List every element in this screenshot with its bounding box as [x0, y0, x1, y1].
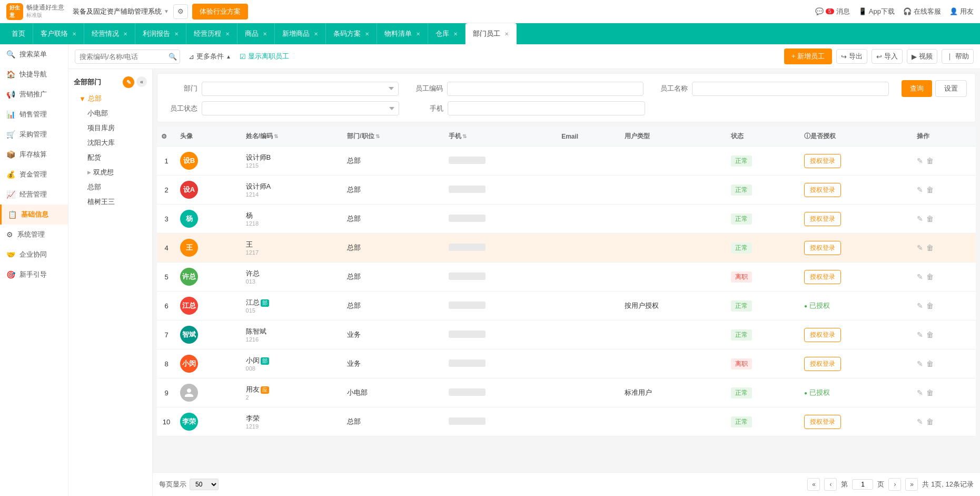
filter-emp-code-input[interactable]	[447, 82, 644, 96]
filter-status-select[interactable]	[202, 101, 399, 115]
edit-icon[interactable]: ✎	[917, 186, 923, 194]
dept-collapse-button[interactable]: «	[136, 76, 147, 87]
query-button[interactable]: 查询	[902, 80, 932, 97]
online-service-button[interactable]: 🎧 在线客服	[903, 7, 941, 16]
trial-button[interactable]: 体验行业方案	[192, 4, 248, 20]
tab-new-goods[interactable]: 新增商品✕	[275, 23, 326, 44]
tab-history-close[interactable]: ✕	[225, 31, 230, 37]
auth-button[interactable]: 授权登录	[804, 357, 841, 371]
tab-operation[interactable]: 经营情况✕	[84, 23, 135, 44]
prev-page-button[interactable]: ‹	[824, 478, 837, 491]
dept-tree-item-shenyang[interactable]: 沈阳大库	[77, 135, 152, 150]
dept-tree-item-xiaodian[interactable]: 小电部	[77, 106, 152, 121]
page-size-select[interactable]: 50 100	[190, 479, 219, 490]
dept-edit-button[interactable]: ✎	[123, 76, 134, 88]
tab-warehouse[interactable]: 仓库✕	[428, 23, 466, 44]
filter-emp-name-input[interactable]	[692, 82, 889, 96]
sidebar-item-purchase[interactable]: 🛒 采购管理	[0, 124, 68, 144]
last-page-button[interactable]: »	[905, 478, 918, 491]
search-icon[interactable]: 🔍	[169, 53, 177, 61]
dept-tree-item-zongbu-parent[interactable]: ▼ 总部	[68, 91, 152, 106]
th-settings[interactable]: ⚙	[157, 127, 176, 147]
delete-icon[interactable]: 🗑	[926, 302, 934, 310]
dept-tree-item-shuanghu[interactable]: ▶ 双虎想	[77, 165, 152, 180]
system-title-dropdown[interactable]: ▼	[164, 8, 169, 14]
sidebar-item-basic[interactable]: 📋 基础信息	[0, 205, 68, 225]
tab-department[interactable]: 部门员工✕	[466, 23, 517, 44]
video-button[interactable]: ▶ 视频	[907, 49, 937, 64]
delete-icon[interactable]: 🗑	[926, 215, 934, 223]
tab-bom-close[interactable]: ✕	[416, 31, 420, 37]
tab-new-goods-close[interactable]: ✕	[314, 31, 318, 37]
edit-icon[interactable]: ✎	[917, 417, 923, 426]
auth-button[interactable]: 授权登录	[804, 154, 841, 168]
delete-icon[interactable]: 🗑	[926, 417, 934, 426]
dept-tree-item-project[interactable]: 项目库房	[77, 121, 152, 135]
tab-home[interactable]: 首页	[4, 23, 33, 44]
search-input[interactable]	[75, 50, 180, 64]
edit-icon[interactable]: ✎	[917, 302, 923, 310]
sidebar-item-finance[interactable]: 💰 资金管理	[0, 164, 68, 184]
sidebar-item-marketing[interactable]: 📢 营销推广	[0, 84, 68, 104]
page-number-input[interactable]	[852, 479, 873, 490]
tab-goods-close[interactable]: ✕	[263, 31, 267, 37]
edit-icon[interactable]: ✎	[917, 157, 923, 165]
add-employee-button[interactable]: + 新增员工	[784, 48, 832, 64]
tab-profit-close[interactable]: ✕	[174, 31, 179, 37]
tab-goods[interactable]: 商品✕	[237, 23, 275, 44]
delete-icon[interactable]: 🗑	[926, 330, 934, 339]
tab-customer-close[interactable]: ✕	[72, 31, 76, 37]
filter-phone-input[interactable]	[448, 101, 645, 115]
user-button[interactable]: 👤 用友	[949, 7, 974, 16]
next-page-button[interactable]: ›	[888, 478, 901, 491]
sidebar-item-sales[interactable]: 📊 销售管理	[0, 104, 68, 124]
help-button[interactable]: ｜ 帮助	[942, 49, 974, 64]
tab-profit[interactable]: 利润报告✕	[135, 23, 186, 44]
auth-button[interactable]: 授权登录	[804, 183, 841, 197]
first-page-button[interactable]: «	[807, 478, 820, 491]
th-dept[interactable]: 部门/职位⇅	[343, 127, 444, 147]
tab-operation-close[interactable]: ✕	[123, 31, 127, 37]
delete-icon[interactable]: 🗑	[926, 157, 934, 165]
edit-icon[interactable]: ✎	[917, 244, 923, 252]
delete-icon[interactable]: 🗑	[926, 359, 934, 368]
th-name[interactable]: 姓名/编码⇅	[242, 127, 343, 147]
tab-history[interactable]: 经营历程✕	[186, 23, 237, 44]
more-conditions-button[interactable]: ⊿ 更多条件 ▲	[184, 50, 235, 63]
tab-bom[interactable]: 物料清单✕	[377, 23, 428, 44]
edit-icon[interactable]: ✎	[917, 215, 923, 223]
delete-icon[interactable]: 🗑	[926, 273, 934, 281]
auth-button[interactable]: 授权登录	[804, 270, 841, 284]
dept-tree-item-zongbu[interactable]: 总部	[77, 180, 152, 194]
show-resigned-toggle[interactable]: ☑ 显示离职员工	[240, 52, 289, 61]
sidebar-item-collab[interactable]: 🤝 企业协同	[0, 245, 68, 265]
tab-barcode-close[interactable]: ✕	[365, 31, 369, 37]
th-phone[interactable]: 手机⇅	[444, 127, 557, 147]
import-button[interactable]: ↩ 导入	[872, 49, 903, 64]
app-download-button[interactable]: 📱 App下载	[858, 7, 895, 16]
tab-customer[interactable]: 客户联络✕	[33, 23, 84, 44]
sidebar-item-search[interactable]: 🔍 搜索菜单	[0, 44, 68, 64]
auth-button[interactable]: 授权登录	[804, 328, 841, 342]
delete-icon[interactable]: 🗑	[926, 186, 934, 194]
delete-icon[interactable]: 🗑	[926, 388, 934, 397]
sidebar-item-operations[interactable]: 📈 经营管理	[0, 184, 68, 205]
auth-button[interactable]: 授权登录	[804, 415, 841, 429]
tab-department-close[interactable]: ✕	[504, 31, 509, 37]
dept-tree-item-peihuo[interactable]: 配货	[77, 150, 152, 165]
dept-tree-item-zhishu[interactable]: 植树王三	[77, 194, 152, 209]
edit-icon[interactable]: ✎	[917, 330, 923, 339]
auth-button[interactable]: 授权登录	[804, 212, 841, 226]
set-button[interactable]: 设置	[935, 80, 967, 97]
sidebar-item-inventory[interactable]: 📦 库存核算	[0, 144, 68, 164]
edit-icon[interactable]: ✎	[917, 388, 923, 397]
auth-button[interactable]: 授权登录	[804, 241, 841, 255]
message-button[interactable]: 💬 5 消息	[815, 7, 850, 16]
sidebar-item-system[interactable]: ⚙ 系统管理	[0, 225, 68, 245]
delete-icon[interactable]: 🗑	[926, 244, 934, 252]
tab-warehouse-close[interactable]: ✕	[453, 31, 458, 37]
filter-dept-select[interactable]	[202, 82, 399, 96]
tab-barcode[interactable]: 条码方案✕	[326, 23, 377, 44]
sidebar-item-quicknav[interactable]: 🏠 快捷导航	[0, 64, 68, 84]
edit-icon[interactable]: ✎	[917, 273, 923, 281]
